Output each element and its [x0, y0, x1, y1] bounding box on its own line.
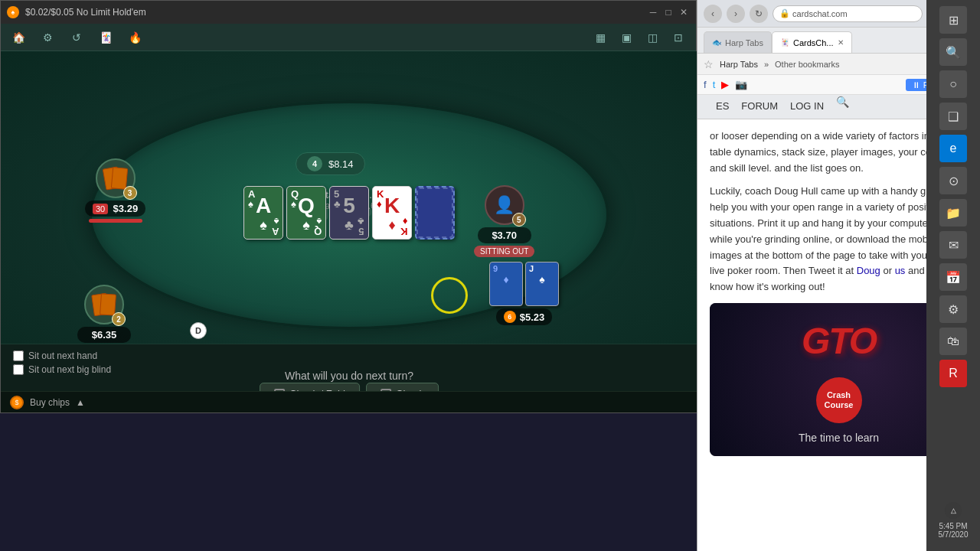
cursor-indicator	[431, 277, 468, 314]
player3-timer	[89, 219, 142, 223]
sidebar-chrome-icon[interactable]: ⊙	[939, 167, 967, 194]
sidebar-cortana-icon[interactable]: ○	[939, 70, 967, 98]
title-bar: ♠ $0.02/$0.05 No Limit Hold'em ─ □ ✕	[1, 1, 696, 24]
ad-crash-icon: CrashCourse	[816, 377, 862, 423]
sidebar-search-icon[interactable]: 🔍	[939, 38, 967, 66]
address-bar[interactable]: 🔒 cardschat.com	[773, 5, 923, 22]
sit-out-big-blind-label: Sit out next big blind	[28, 364, 111, 375]
sidebar-mail-icon[interactable]: ✉	[939, 231, 967, 259]
seat4-amount: $8.14	[328, 158, 354, 170]
cards-icon[interactable]: 🃏	[97, 29, 114, 46]
forward-button[interactable]: ›	[727, 5, 745, 23]
sidebar-calendar-icon[interactable]: 📅	[939, 263, 967, 291]
link-doug[interactable]: Doug	[857, 265, 880, 276]
bookmark-more[interactable]: »	[764, 60, 769, 69]
history-icon[interactable]: ↺	[68, 29, 85, 46]
fire-icon[interactable]: 🔥	[126, 29, 143, 46]
player6-card1: 9 ♦	[489, 262, 523, 306]
nav-login[interactable]: LOG IN	[790, 96, 824, 118]
back-button[interactable]: ‹	[704, 5, 722, 23]
player6-info: 6 $5.23	[496, 308, 553, 325]
player2-info: $6.35	[77, 327, 131, 343]
player6-cards: 9 ♦ J ♠	[489, 262, 559, 306]
tab-2[interactable]: 🃏 CardsCh... ✕	[772, 31, 852, 53]
refresh-button[interactable]: ↻	[750, 5, 768, 23]
toolbar: 🏠 ⚙ ↺ 🃏 🔥 ▦ ▣ ◫ ⊡	[1, 24, 696, 51]
community-cards: A♠ A ♠ A♠ Q♠ Q ♠ Q♠ 5♣ 5	[243, 186, 455, 240]
player3-info: 30 $3.29	[85, 201, 145, 217]
link-us[interactable]: us	[895, 265, 906, 276]
pot-seat4: 4 $8.14	[296, 152, 365, 175]
sidebar-windows-icon[interactable]: ⊞	[939, 6, 967, 34]
nav-es[interactable]: ES	[716, 96, 729, 118]
sidebar-taskview-icon[interactable]: ❑	[939, 103, 967, 130]
clock: 5:45 PM 5/7/2020	[939, 522, 969, 539]
dealer-button: D	[190, 322, 207, 339]
player-seat5: 👤 5 $3.70 SITTING OUT	[474, 185, 534, 257]
player2-chips: $6.35	[92, 329, 117, 341]
player6-chips: $5.23	[520, 311, 545, 323]
facebook-icon[interactable]: f	[704, 79, 707, 90]
ad-content: GTO CrashCourse The time to learn	[799, 312, 879, 446]
close-button[interactable]: ✕	[678, 6, 690, 18]
sidebar-store-icon[interactable]: 🛍	[939, 328, 967, 355]
sitting-out-badge: SITTING OUT	[474, 246, 534, 257]
sidebar-settings2-icon[interactable]: ⚙	[939, 295, 967, 323]
player5-seat-badge: 5	[512, 213, 526, 227]
layout2-icon[interactable]: ◫	[644, 29, 661, 46]
tab-1[interactable]: 🐟 Harp Tabs	[704, 31, 772, 53]
maximize-button[interactable]: □	[662, 6, 675, 18]
bookmark-other[interactable]: Other bookmarks	[775, 60, 839, 69]
player-seat6: 9 ♦ J ♠ 6 $5.23	[489, 262, 559, 325]
sit-out-next-hand-label: Sit out next hand	[28, 350, 97, 361]
sit-out-next-hand-checkbox[interactable]	[13, 350, 24, 361]
youtube-icon[interactable]: ▶	[721, 79, 729, 90]
ad-subtitle: The time to learn	[799, 429, 879, 446]
action-question: What will you do next turn?	[285, 370, 413, 382]
sidebar-explorer-icon[interactable]: 📁	[939, 199, 967, 227]
sit-out-big-blind-checkbox[interactable]	[13, 364, 24, 375]
twitter-icon[interactable]: t	[713, 79, 716, 90]
player2-seat-badge: 2	[112, 312, 126, 326]
player5-chips: $3.70	[492, 230, 517, 241]
layout1-icon[interactable]: ▣	[618, 29, 635, 46]
browser-right-sidebar: ⊞ 🔍 ○ ❑ e ⊙ 📁 ✉ 📅 ⚙ 🛍 R △ 5:45 PM 5/7/20…	[926, 0, 980, 551]
window-title: $0.02/$0.05 No Limit Hold'em	[25, 7, 146, 18]
community-card-3: 5♣ 5 ♣ 5♣	[329, 186, 369, 240]
community-card-5	[415, 186, 455, 240]
bookmark-harp-tabs[interactable]: Harp Tabs	[720, 60, 758, 69]
search-icon[interactable]: 🔍	[836, 96, 849, 118]
minimize-button[interactable]: ─	[647, 6, 659, 18]
buy-chips-arrow[interactable]: ▲	[76, 397, 85, 408]
player5-info: $3.70	[478, 227, 531, 243]
player6-card2: J ♠	[525, 262, 559, 306]
home-icon[interactable]: 🏠	[10, 29, 27, 46]
nav-forum[interactable]: FORUM	[741, 96, 778, 118]
player3-seat-badge: 3	[123, 186, 137, 200]
buy-chips-bar: $ Buy chips ▲	[1, 391, 697, 412]
poker-window: ♠ $0.02/$0.05 No Limit Hold'em ─ □ ✕ 🏠 ⚙…	[0, 0, 697, 413]
seat4-badge: 4	[307, 156, 322, 171]
buy-chips-icon: $	[10, 396, 24, 409]
app-icon: ♠	[7, 6, 19, 18]
grid-icon[interactable]: ▦	[592, 29, 609, 46]
community-card-1: A♠ A ♠ A♠	[243, 186, 283, 240]
layout3-icon[interactable]: ⊡	[670, 29, 687, 46]
player3-chips: $3.29	[113, 203, 139, 214]
instagram-icon[interactable]: 📷	[735, 79, 747, 90]
sidebar-edge-icon[interactable]: e	[939, 135, 967, 162]
community-card-4: K♦ K ♦ K♦	[372, 186, 412, 240]
system-tray: △	[945, 502, 962, 519]
poker-table: IgnitionCASINO 4 $8.14 1 $10.06 Total po…	[1, 51, 697, 388]
buy-chips-label[interactable]: Buy chips	[30, 397, 70, 408]
player-seat3: 3 30 $3.29	[85, 158, 145, 223]
sidebar-red-icon[interactable]: R	[939, 360, 967, 387]
ad-title: GTO	[799, 312, 879, 371]
community-card-2: Q♠ Q ♠ Q♠	[286, 186, 326, 240]
settings-icon[interactable]: ⚙	[39, 29, 56, 46]
